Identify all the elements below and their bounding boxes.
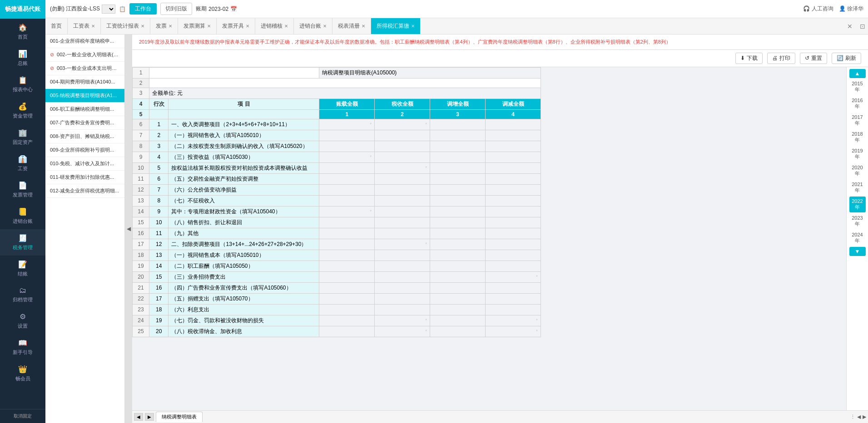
data-cell[interactable] <box>319 217 375 228</box>
data-cell[interactable] <box>319 184 375 195</box>
data-cell[interactable] <box>375 282 430 293</box>
data-cell[interactable] <box>375 261 430 271</box>
refresh-button[interactable]: 🔄 刷新 <box>832 53 861 64</box>
data-cell[interactable] <box>430 271 486 282</box>
data-cell[interactable] <box>319 315 375 326</box>
data-cell[interactable]: * <box>486 271 541 282</box>
data-cell[interactable] <box>319 239 375 250</box>
data-cell[interactable]: * <box>375 119 430 130</box>
sidebar-item-close[interactable]: 📝 结账 <box>0 256 45 282</box>
data-cell[interactable] <box>430 282 486 293</box>
scroll-right-icon[interactable]: ▶ <box>863 414 866 420</box>
tab-home[interactable]: 首页 <box>45 18 68 34</box>
left-panel-item-006[interactable]: 006-职工薪酬纳税调整明细... <box>45 103 124 116</box>
data-cell[interactable] <box>375 271 430 282</box>
data-cell[interactable] <box>430 152 486 162</box>
data-cell[interactable] <box>375 130 430 141</box>
company-dropdown[interactable] <box>102 5 115 14</box>
data-cell[interactable]: * <box>375 239 430 250</box>
left-panel-item-004[interactable]: 004-期间费用明细表(A1040... <box>45 75 124 89</box>
sheet-nav-left[interactable]: ◀ <box>134 413 143 421</box>
data-cell[interactable] <box>319 304 375 315</box>
sidebar-item-invoice[interactable]: 📄 发票管理 <box>0 177 45 203</box>
sheet-nav-right[interactable]: ▶ <box>145 413 154 421</box>
data-cell[interactable] <box>375 304 430 315</box>
data-cell[interactable] <box>486 162 541 173</box>
tab-tax-list[interactable]: 税表清册 ✕ <box>332 18 371 34</box>
data-cell[interactable] <box>430 250 486 261</box>
data-cell[interactable] <box>319 271 375 282</box>
left-panel-item-012[interactable]: 012-减免企业所得税优惠明细... <box>45 184 124 198</box>
scroll-left-icon[interactable]: ◀ <box>857 414 861 420</box>
data-cell[interactable] <box>430 206 486 217</box>
sheet-tab-main[interactable]: 纳税调整明细表 <box>156 412 203 422</box>
close-icon[interactable]: ✕ <box>246 24 249 29</box>
data-cell[interactable] <box>319 326 375 337</box>
data-cell[interactable] <box>486 293 541 304</box>
year-item-2017[interactable]: 2017年 <box>849 113 866 128</box>
sidebar-item-archive[interactable]: 🗂 归档管理 <box>0 282 45 308</box>
data-cell[interactable] <box>486 239 541 250</box>
close-icon[interactable]: ✕ <box>323 24 327 29</box>
year-item-2015[interactable]: 2015年 <box>849 79 866 95</box>
data-cell[interactable] <box>319 130 375 141</box>
data-cell[interactable]: * <box>375 162 430 173</box>
data-cell[interactable] <box>430 315 486 326</box>
user-avatar[interactable]: 👤 徐泽华 <box>839 5 863 13</box>
left-panel-item-007[interactable]: 007-广告费和业务宣传费明... <box>45 116 124 130</box>
data-cell[interactable] <box>486 195 541 206</box>
data-cell[interactable] <box>486 228 541 239</box>
data-cell[interactable] <box>430 304 486 315</box>
year-item-2023[interactable]: 2023年 <box>849 213 866 229</box>
data-cell[interactable]: * <box>319 152 375 162</box>
data-cell[interactable] <box>486 130 541 141</box>
sidebar-item-reports[interactable]: 📋 报表中心 <box>0 71 45 98</box>
tab-invoice-issue[interactable]: 发票开具 ✕ <box>217 18 255 34</box>
data-cell[interactable] <box>430 162 486 173</box>
left-panel-item-003[interactable]: ⊘ 003-一般企业成本支出明细... <box>45 62 124 75</box>
data-cell[interactable] <box>375 184 430 195</box>
data-cell[interactable] <box>375 228 430 239</box>
data-cell[interactable] <box>430 119 486 130</box>
data-cell[interactable] <box>430 239 486 250</box>
year-item-2016[interactable]: 2016年 <box>849 96 866 112</box>
workbench-button[interactable]: 工作台 <box>129 3 157 15</box>
data-cell[interactable] <box>319 162 375 173</box>
sidebar-item-guide[interactable]: 📖 新手引导 <box>0 334 45 360</box>
sidebar-item-purchase-sales[interactable]: 📒 进销台账 <box>0 203 45 229</box>
close-icon[interactable]: ✕ <box>91 24 95 29</box>
data-cell[interactable] <box>319 228 375 239</box>
left-panel-item-008[interactable]: 008-资产折旧、摊销及纳税... <box>45 130 124 143</box>
year-item-2018[interactable]: 2018年 <box>849 129 866 145</box>
data-cell[interactable] <box>486 173 541 184</box>
data-cell[interactable] <box>375 217 430 228</box>
calendar-icon[interactable]: 📅 <box>230 6 237 12</box>
left-panel-item-005[interactable]: 005-纳税调整项目明细表(A1... <box>45 89 124 103</box>
data-cell[interactable] <box>486 119 541 130</box>
print-button[interactable]: 🖨 打印 <box>767 53 795 64</box>
left-panel-item-010[interactable]: 010-免税、减计收入及加计... <box>45 157 124 171</box>
close-icon[interactable]: ✕ <box>284 24 288 29</box>
year-item-2020[interactable]: 2020年 <box>849 163 866 179</box>
data-cell[interactable] <box>486 206 541 217</box>
data-cell[interactable] <box>375 293 430 304</box>
year-item-2019[interactable]: 2019年 <box>849 146 866 162</box>
data-cell[interactable] <box>319 293 375 304</box>
data-cell[interactable] <box>430 228 486 239</box>
panel-collapse-button[interactable]: ◀ <box>125 34 132 423</box>
data-cell[interactable] <box>486 261 541 271</box>
sidebar-item-payroll[interactable]: 👔 工资 <box>0 150 45 177</box>
data-cell[interactable] <box>319 195 375 206</box>
sidebar-item-ledger[interactable]: 📊 总账 <box>0 45 45 71</box>
data-cell[interactable] <box>430 326 486 337</box>
data-cell[interactable] <box>430 195 486 206</box>
data-cell[interactable] <box>319 173 375 184</box>
data-cell[interactable] <box>430 184 486 195</box>
data-cell[interactable] <box>430 261 486 271</box>
data-cell[interactable] <box>486 282 541 293</box>
maximize-icon[interactable]: ⊡ <box>857 23 868 30</box>
close-icon[interactable]: ✕ <box>362 24 365 29</box>
sidebar-item-member[interactable]: 👑 畅会员 <box>0 360 45 387</box>
sheet-main[interactable]: 1 纳税调整项目明细表(A105000) 2 3 全额单位: 元 <box>132 67 846 411</box>
data-cell[interactable]: * <box>375 315 430 326</box>
